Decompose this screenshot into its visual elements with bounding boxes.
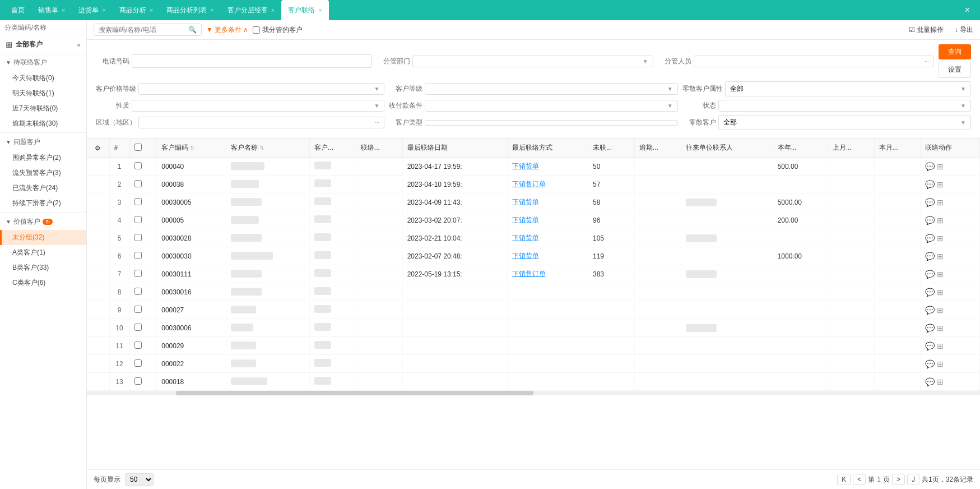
cell-check[interactable] (129, 229, 157, 247)
sidebar-item-abnormal[interactable]: 囤购异常客户(2) (0, 150, 86, 165)
col-this-year[interactable]: 本年... (773, 139, 828, 158)
qr-icon[interactable]: ⊞ (937, 306, 944, 315)
my-customer-checkbox[interactable]: 我分管的客户 (253, 25, 303, 35)
tab-sales[interactable]: 销售单 × (31, 0, 72, 20)
sidebar-search-input[interactable] (4, 24, 87, 31)
cell-last-method[interactable]: 下销货单 (507, 193, 588, 211)
col-overdue[interactable]: 逾期... (634, 139, 681, 158)
qr-icon[interactable]: ⊞ (937, 162, 944, 171)
cell-check[interactable] (129, 211, 157, 229)
sidebar-item-declining[interactable]: 持续下滑客户(2) (0, 196, 86, 211)
row-checkbox[interactable] (134, 162, 142, 169)
cell-check[interactable] (129, 193, 157, 211)
qr-icon[interactable]: ⊞ (937, 234, 944, 243)
tab-analysis-list[interactable]: 商品分析列表 × (160, 0, 220, 20)
cell-check[interactable] (129, 265, 157, 283)
row-checkbox[interactable] (134, 324, 142, 331)
row-checkbox[interactable] (134, 288, 142, 295)
row-checkbox[interactable] (134, 216, 142, 223)
chat-icon[interactable]: 💬 (925, 288, 935, 297)
chat-icon[interactable]: 💬 (925, 377, 935, 386)
main-search-input[interactable] (99, 26, 188, 34)
cell-last-method[interactable]: 下销售订单 (507, 265, 588, 283)
sidebar-section-problem-title[interactable]: ▼ 问题客户 (0, 134, 86, 150)
chat-icon[interactable]: 💬 (925, 180, 935, 189)
customer-type-select[interactable] (425, 120, 677, 126)
cell-last-method[interactable] (507, 373, 588, 391)
nature-select[interactable]: ▼ (132, 100, 384, 112)
sidebar-item-overdue[interactable]: 逾期未联络(30) (0, 116, 86, 131)
tab-purchase[interactable]: 进货单 × (72, 0, 112, 20)
sidebar-item-class-c[interactable]: C类客户(6) (0, 275, 86, 290)
chat-icon[interactable]: 💬 (925, 162, 935, 171)
phone-input[interactable] (132, 54, 372, 68)
qr-icon[interactable]: ⊞ (937, 377, 944, 386)
close-tab-analysis-list[interactable]: × (210, 7, 213, 13)
qr-icon[interactable]: ⊞ (937, 252, 944, 261)
col-this-month[interactable]: 本月... (874, 139, 921, 158)
cell-check[interactable] (129, 355, 157, 373)
qr-icon[interactable]: ⊞ (937, 216, 944, 225)
tab-customer-tier[interactable]: 客户分层经客 × (221, 0, 281, 20)
qr-icon[interactable]: ⊞ (937, 342, 944, 350)
qr-icon[interactable]: ⊞ (937, 198, 944, 207)
last-page-btn[interactable]: J (907, 474, 919, 485)
row-checkbox[interactable] (134, 252, 142, 259)
close-window-icon[interactable]: × (959, 5, 976, 15)
sidebar-section-pending-title[interactable]: ▼ 待联络客户 (0, 54, 86, 71)
qr-icon[interactable]: ⊞ (937, 180, 944, 189)
cell-check[interactable] (129, 158, 157, 176)
col-last-month[interactable]: 上月... (828, 139, 874, 158)
close-tab-purchase[interactable]: × (102, 7, 105, 13)
close-tab-sales[interactable]: × (62, 7, 65, 13)
first-page-btn[interactable]: K (837, 474, 851, 485)
sidebar-item-class-a[interactable]: A类客户(1) (0, 245, 86, 260)
cell-last-method[interactable]: 下销货单 (507, 211, 588, 229)
row-checkbox[interactable] (134, 180, 142, 187)
more-conditions-btn[interactable]: ▼ 更多条件 ∧ (206, 25, 248, 35)
col-contact[interactable]: 联络... (356, 139, 402, 158)
sidebar-all-customers[interactable]: ⊞ 全部客户 « (0, 35, 86, 54)
qr-icon[interactable]: ⊞ (937, 359, 944, 368)
cell-check[interactable] (129, 283, 157, 301)
pay-terms-select[interactable]: ▼ (425, 100, 677, 112)
col-last-method[interactable]: 最后联络方式 (507, 139, 588, 158)
cell-last-method[interactable]: 下销货单 (507, 247, 588, 265)
cell-last-method[interactable] (507, 337, 588, 355)
sidebar-item-tomorrow[interactable]: 明天待联络(1) (0, 86, 86, 101)
row-checkbox[interactable] (134, 359, 142, 367)
col-type[interactable]: 客户... (309, 139, 356, 158)
cell-check[interactable] (129, 337, 157, 355)
cell-last-method[interactable] (507, 319, 588, 337)
col-last-date[interactable]: 最后联络日期 (402, 139, 507, 158)
chat-icon[interactable]: 💬 (925, 216, 935, 225)
price-level-select[interactable]: ▼ (138, 83, 384, 95)
row-checkbox[interactable] (134, 234, 142, 241)
row-checkbox[interactable] (134, 306, 142, 313)
chat-icon[interactable]: 💬 (925, 234, 935, 243)
cell-last-method[interactable] (507, 355, 588, 373)
customer-level-select[interactable]: ▼ (425, 83, 677, 95)
row-checkbox[interactable] (134, 342, 142, 349)
cell-last-method[interactable]: 下销货单 (507, 158, 588, 176)
dept-select[interactable]: ▼ (412, 56, 653, 67)
reset-button[interactable]: 设置 (939, 62, 971, 78)
sidebar-item-churned[interactable]: 已流失客户(24) (0, 181, 86, 196)
chat-icon[interactable]: 💬 (925, 252, 935, 261)
cell-check[interactable] (129, 247, 157, 265)
row-checkbox[interactable] (134, 377, 142, 385)
cell-check[interactable] (129, 176, 157, 193)
col-settings[interactable]: ⚙ (87, 139, 109, 158)
close-tab-customer-tier[interactable]: × (271, 7, 275, 13)
row-checkbox[interactable] (134, 198, 142, 205)
manager-select[interactable]: ··· (694, 56, 934, 67)
tab-customer-contact[interactable]: 客户联络 × (281, 0, 328, 20)
chat-icon[interactable]: 💬 (925, 270, 935, 279)
chat-icon[interactable]: 💬 (925, 306, 935, 315)
select-all-checkbox[interactable] (134, 144, 142, 151)
chat-icon[interactable]: 💬 (925, 198, 935, 207)
cell-last-method[interactable] (507, 283, 588, 301)
cell-check[interactable] (129, 373, 157, 391)
status-select[interactable]: ▼ (718, 100, 971, 112)
chat-icon[interactable]: 💬 (925, 342, 935, 350)
